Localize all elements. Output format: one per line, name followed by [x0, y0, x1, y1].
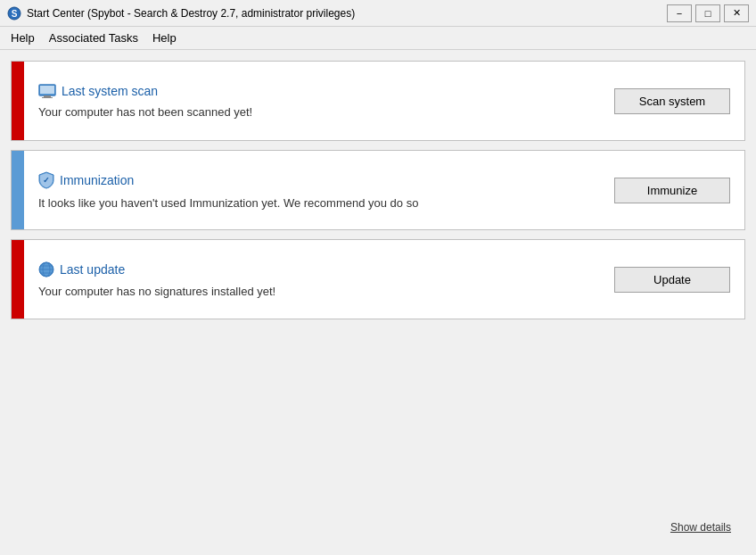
scan-card-title: Last system scan [38, 84, 586, 98]
title-bar-title: Start Center (Spybot - Search & Destroy … [27, 7, 355, 20]
immunization-card-body: ✓ Immunization It looks like you haven't… [24, 151, 600, 229]
svg-text:✓: ✓ [43, 176, 50, 185]
content-spacer [11, 328, 745, 518]
spybot-icon: S [7, 6, 21, 21]
title-bar-left: S Start Center (Spybot - Search & Destro… [7, 6, 355, 21]
svg-text:S: S [12, 9, 18, 19]
update-status-bar [12, 240, 24, 319]
scan-system-button[interactable]: Scan system [614, 88, 730, 114]
last-update-card: Last update Your computer has no signatu… [11, 239, 745, 319]
immunize-button[interactable]: Immunize [614, 178, 730, 203]
show-details-link[interactable]: Show details [670, 521, 731, 534]
menu-item-associated-tasks[interactable]: Associated Tasks [42, 29, 145, 47]
scan-card-action: Scan system [600, 62, 744, 140]
minimize-button[interactable]: − [667, 4, 692, 22]
title-bar: S Start Center (Spybot - Search & Destro… [0, 0, 756, 27]
svg-rect-3 [44, 95, 51, 97]
restore-button[interactable]: □ [695, 4, 720, 22]
menu-bar: Help Associated Tasks Help [0, 27, 756, 50]
update-card-desc: Your computer has no signatures installe… [38, 285, 586, 298]
monitor-icon [38, 84, 56, 98]
immunization-status-bar [12, 151, 24, 229]
scan-card-body: Last system scan Your computer has not b… [24, 62, 600, 140]
update-card-title: Last update [38, 261, 586, 278]
bottom-area: Show details [11, 518, 745, 544]
close-button[interactable]: ✕ [724, 4, 749, 22]
scan-card-desc: Your computer has not been scanned yet! [38, 105, 586, 119]
update-card-body: Last update Your computer has no signatu… [24, 240, 600, 319]
immunization-card-desc: It looks like you haven't used Immunizat… [38, 196, 586, 210]
update-button[interactable]: Update [614, 267, 730, 293]
menu-item-help[interactable]: Help [4, 29, 42, 47]
title-bar-controls: − □ ✕ [667, 4, 749, 22]
menu-item-help2[interactable]: Help [145, 29, 184, 47]
svg-rect-5 [40, 86, 54, 94]
immunization-card: ✓ Immunization It looks like you haven't… [11, 150, 745, 230]
immunization-card-action: Immunize [600, 151, 744, 229]
last-system-scan-card: Last system scan Your computer has not b… [11, 61, 745, 141]
shield-icon: ✓ [38, 171, 54, 189]
scan-status-bar [12, 62, 24, 140]
globe-icon [38, 261, 54, 278]
immunization-card-title: ✓ Immunization [38, 171, 586, 189]
svg-rect-4 [42, 97, 53, 98]
update-card-action: Update [600, 240, 744, 319]
main-content: Last system scan Your computer has not b… [0, 50, 756, 555]
